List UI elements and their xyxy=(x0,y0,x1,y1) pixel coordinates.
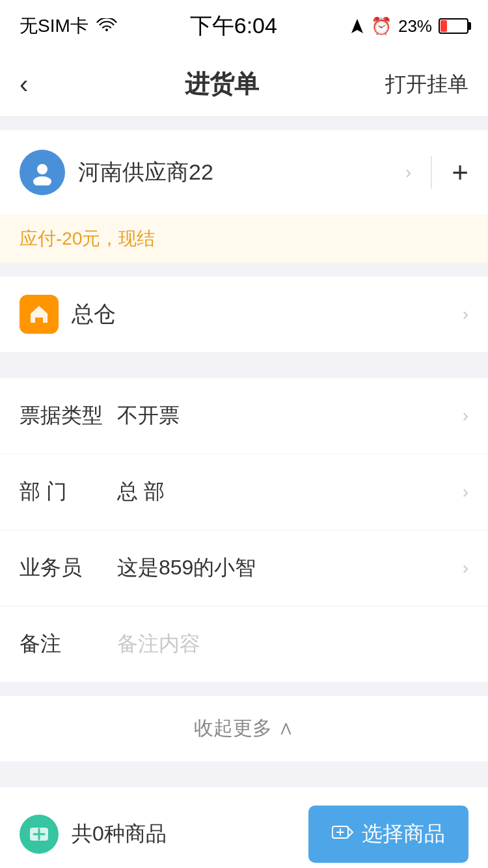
section-gap-2 xyxy=(0,263,488,276)
add-product-icon xyxy=(332,823,354,841)
status-bar: 无SIM卡 下午6:04 ⏰ 23% xyxy=(0,0,488,52)
user-icon xyxy=(29,159,55,185)
supplier-section: 河南供应商22 › + 应付-20元，现结 xyxy=(0,130,488,263)
product-icon xyxy=(20,815,59,854)
select-product-button[interactable]: 选择商品 xyxy=(308,806,468,863)
svg-point-0 xyxy=(37,164,47,174)
warehouse-chevron-icon: › xyxy=(463,304,468,325)
warehouse-section: 总仓 › xyxy=(0,276,488,352)
warehouse-icon xyxy=(20,295,59,334)
department-row[interactable]: 部 门 总 部 › xyxy=(0,454,488,530)
section-gap-4 xyxy=(0,761,488,774)
divider xyxy=(431,156,432,189)
status-left: 无SIM卡 xyxy=(20,14,117,38)
cart-icon xyxy=(27,822,51,846)
warehouse-row[interactable]: 总仓 › xyxy=(0,276,488,352)
collapse-row[interactable]: 收起更多 ∧ xyxy=(0,695,488,761)
supplier-name: 河南供应商22 xyxy=(78,157,405,187)
network-label: 无SIM卡 xyxy=(20,14,88,38)
remark-input[interactable]: 备注内容 xyxy=(117,630,468,658)
salesperson-label: 业务员 xyxy=(20,554,104,582)
warehouse-label: 总仓 xyxy=(72,299,463,329)
open-pending-button[interactable]: 打开挂单 xyxy=(385,70,468,99)
battery-percent: 23% xyxy=(398,16,432,36)
select-product-label: 选择商品 xyxy=(362,820,445,848)
house-icon xyxy=(28,303,50,325)
svg-point-1 xyxy=(33,176,51,185)
product-count: 共0种商品 xyxy=(72,820,308,848)
page-title: 进货单 xyxy=(185,68,259,101)
alarm-icon: ⏰ xyxy=(371,16,392,36)
back-button[interactable]: ‹ xyxy=(20,70,59,99)
svg-rect-2 xyxy=(35,318,43,324)
invoice-type-row[interactable]: 票据类型 不开票 › xyxy=(0,378,488,454)
department-label: 部 门 xyxy=(20,478,104,506)
section-gap-1 xyxy=(0,117,488,130)
wifi-icon xyxy=(96,18,117,34)
info-section: 票据类型 不开票 › 部 门 总 部 › 业务员 这是859的小智 › 备注 备… xyxy=(0,378,488,682)
add-supplier-button[interactable]: + xyxy=(452,156,468,189)
select-product-icon xyxy=(332,823,354,846)
supplier-avatar xyxy=(20,150,65,195)
bottom-section: 共0种商品 选择商品 xyxy=(0,787,488,868)
invoice-type-label: 票据类型 xyxy=(20,401,104,430)
salesperson-value: 这是859的小智 xyxy=(117,554,463,582)
time-display: 下午6:04 xyxy=(190,11,277,41)
battery-icon xyxy=(439,18,468,34)
invoice-type-chevron-icon: › xyxy=(463,405,468,426)
supplier-chevron-icon: › xyxy=(405,162,411,183)
supplier-row[interactable]: 河南供应商22 › + xyxy=(0,130,488,215)
remark-row[interactable]: 备注 备注内容 xyxy=(0,606,488,682)
invoice-type-value: 不开票 xyxy=(117,401,463,430)
department-value: 总 部 xyxy=(117,478,463,506)
remark-label: 备注 xyxy=(20,630,104,658)
department-chevron-icon: › xyxy=(463,481,468,502)
nav-bar: ‹ 进货单 打开挂单 xyxy=(0,52,488,117)
section-gap-3 xyxy=(0,352,488,365)
salesperson-row[interactable]: 业务员 这是859的小智 › xyxy=(0,530,488,606)
notice-bar: 应付-20元，现结 xyxy=(0,215,488,263)
salesperson-chevron-icon: › xyxy=(463,558,468,578)
location-icon xyxy=(350,18,364,34)
status-right: ⏰ 23% xyxy=(350,16,468,36)
